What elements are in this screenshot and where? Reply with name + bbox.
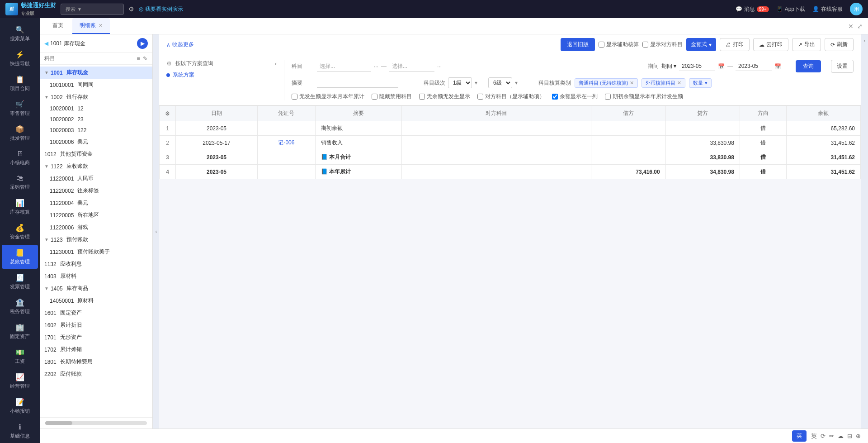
level-from-select[interactable]: 1级2级3级 <box>448 77 472 88</box>
status-lang-btn[interactable]: 英 <box>811 432 817 440</box>
period-type-dropdown[interactable]: 期间 ▾ <box>661 62 676 70</box>
status-refresh-btn[interactable]: ⟳ <box>821 433 826 439</box>
account-item-11230001[interactable]: 11230001 预付账款美于 <box>40 246 152 258</box>
remove-tag-1-btn[interactable]: ✕ <box>677 80 681 86</box>
collapse-left-icon[interactable]: ‹ <box>275 61 277 67</box>
checkbox-show-balance[interactable]: 余额显示在一列 <box>552 93 598 100</box>
sidebar-item-purchase[interactable]: 🛍 采购管理 <box>2 171 38 194</box>
counterpart-input[interactable] <box>477 94 483 100</box>
expand-icon[interactable]: ⤢ <box>857 23 863 30</box>
account-edit-icon[interactable]: ✎ <box>143 55 148 62</box>
table-settings-icon[interactable]: ⚙ <box>165 110 170 117</box>
settings-btn[interactable]: 设置 <box>831 60 854 73</box>
account-item-1701[interactable]: 1701 无形资产 <box>40 331 152 343</box>
panel-collapse-btn[interactable]: ‹ <box>153 34 159 429</box>
checkbox-opening[interactable]: 期初余额显示本年累计发生额 <box>605 93 683 100</box>
remove-tag-0-btn[interactable]: ✕ <box>630 80 634 86</box>
sidebar-item-tax[interactable]: 🏦 税务管理 <box>2 295 38 319</box>
account-item-11220001[interactable]: 11220001 人民币 <box>40 172 152 185</box>
checkbox-counterpart[interactable]: 对方科目（显示辅助项） <box>477 93 545 100</box>
account-item-11220005[interactable]: 11220005 所在地区 <box>40 209 152 221</box>
hide-disabled-input[interactable] <box>372 94 377 100</box>
print-btn[interactable]: 🖨 打印 <box>720 38 750 51</box>
account-nav-btn[interactable]: ▶ <box>137 38 148 49</box>
account-item-10020002[interactable]: 10020002 23 <box>40 114 152 125</box>
account-item-1122[interactable]: ▼ 1122 应收账款 <box>40 160 152 172</box>
account-item-1702[interactable]: 1702 累计摊销 <box>40 343 152 356</box>
subject-to-input[interactable]: 选择... <box>389 61 434 72</box>
sidebar-item-retail[interactable]: 🛒 零售管理 <box>2 96 38 120</box>
sidebar-item-ecommerce[interactable]: 🖥 小畅电商 <box>2 146 38 170</box>
app-download-btn[interactable]: 📱 App下载 <box>776 5 805 13</box>
account-item-1012[interactable]: 1012 其他货币资金 <box>40 148 152 160</box>
cloud-print-btn[interactable]: ☁ 云打印 <box>753 38 788 51</box>
account-item-11220002[interactable]: 11220002 往来标签 <box>40 185 152 197</box>
period-from-input[interactable]: 2023-05 <box>679 62 715 71</box>
sidebar-item-wholesale[interactable]: 📦 批发管理 <box>2 121 38 145</box>
sidebar-item-operation[interactable]: 📈 经营管理 <box>2 369 38 393</box>
status-cloud-btn[interactable]: ☁ <box>838 433 844 439</box>
account-item-11220006[interactable]: 11220006 游戏 <box>40 221 152 233</box>
period-to-input[interactable]: 2023-05 <box>736 62 772 71</box>
show-aux-input[interactable] <box>599 42 604 48</box>
sidebar-item-search[interactable]: 🔍 搜索菜单 <box>2 22 38 46</box>
settings-icon[interactable]: ⚙ <box>128 5 134 13</box>
query-settings-icon[interactable]: ⚙ <box>166 60 172 67</box>
tab-close-icon[interactable]: ✕ <box>99 23 103 29</box>
no-balance-input[interactable] <box>292 94 297 100</box>
sidebar-item-project[interactable]: 📋 项目合同 <box>2 71 38 95</box>
account-item-1801[interactable]: 1801 长期待摊费用 <box>40 356 152 368</box>
query-btn[interactable]: 查询 <box>796 60 821 72</box>
account-item-1601[interactable]: 1601 固定资产 <box>40 307 152 319</box>
calendar-to-icon[interactable]: 📅 <box>774 63 781 70</box>
level-to-select[interactable]: 6级4级5级 <box>488 77 512 88</box>
tab-home[interactable]: 首页 <box>45 18 71 34</box>
opening-input[interactable] <box>605 94 611 100</box>
show-counterpart-input[interactable] <box>642 42 648 48</box>
calendar-from-icon[interactable]: 📅 <box>718 63 725 70</box>
account-item-1002[interactable]: ▼ 1002 银行存款 <box>40 91 152 103</box>
sidebar-item-report[interactable]: 📝 小畅报销 <box>2 394 38 418</box>
row-voucher-2[interactable]: 记-006 <box>258 136 316 150</box>
account-item-14050001[interactable]: 14050001 原材料 <box>40 295 152 307</box>
sidebar-item-assets[interactable]: 🏢 固定资产 <box>2 319 38 343</box>
sidebar-item-finance[interactable]: 💰 资金管理 <box>2 220 38 244</box>
no-balance2-input[interactable] <box>419 94 425 100</box>
account-list-icon[interactable]: ≡ <box>137 55 140 62</box>
subject-from-input[interactable]: 选择... <box>317 61 371 72</box>
checkbox-no-balance2[interactable]: 无余额无发生显示 <box>419 93 470 100</box>
lang-btn[interactable]: 英 <box>792 430 807 442</box>
format-dropdown-btn[interactable]: 金额式 ▾ <box>686 38 716 51</box>
collapse-more-btn[interactable]: ∧ 收起更多 <box>166 41 194 48</box>
status-edit-btn[interactable]: ✏ <box>829 433 834 439</box>
summary-input[interactable] <box>317 78 398 88</box>
status-plus-btn[interactable]: ⊕ <box>856 433 861 439</box>
checkbox-hide-disabled[interactable]: 隐藏禁用科目 <box>372 93 412 100</box>
account-item-1602[interactable]: 1602 累计折旧 <box>40 319 152 331</box>
online-service-btn[interactable]: 👤 在线客服 <box>812 5 843 13</box>
refresh-btn[interactable]: ⟳ 刷新 <box>825 38 854 51</box>
system-schema-btn[interactable]: 系统方案 <box>173 71 194 79</box>
show-aux-checkbox[interactable]: 显示辅助核算 <box>599 41 639 48</box>
back-old-btn[interactable]: 退回旧版 <box>561 38 595 51</box>
show-balance-input[interactable] <box>552 94 558 100</box>
close-window-icon[interactable]: ✕ <box>848 23 854 30</box>
account-item-1403[interactable]: 1403 原材料 <box>40 270 152 282</box>
account-item-1001[interactable]: ▼ 1001 库存现金 <box>40 67 152 79</box>
account-item-1405[interactable]: ▼ 1405 库存商品 <box>40 282 152 295</box>
checkbox-no-balance[interactable]: 无发生额显示本月本年累计 <box>292 93 364 100</box>
account-item-11220004[interactable]: 11220004 美元 <box>40 197 152 209</box>
demo-link[interactable]: ◎ 我要看实例演示 <box>139 5 183 13</box>
status-minus-btn[interactable]: ⊟ <box>847 433 852 439</box>
avatar[interactable]: 用 <box>850 3 863 15</box>
account-item-1123[interactable]: ▼ 1123 预付账款 <box>40 233 152 246</box>
account-nav-left-icon[interactable]: ◀ <box>44 40 48 47</box>
right-collapse-btn[interactable]: › <box>861 34 868 429</box>
messages-btn[interactable]: 💬 消息 99+ <box>736 5 769 13</box>
th-settings[interactable]: ⚙ <box>160 106 176 121</box>
account-item-1132[interactable]: 1132 应收利息 <box>40 258 152 270</box>
quantity-dropdown-icon[interactable]: ▾ <box>705 80 708 86</box>
tab-detail[interactable]: 明细账 ✕ <box>72 18 110 34</box>
sidebar-item-salary[interactable]: 💵 工资 <box>2 344 38 368</box>
sidebar-item-invoice[interactable]: 🧾 发票管理 <box>2 270 38 294</box>
